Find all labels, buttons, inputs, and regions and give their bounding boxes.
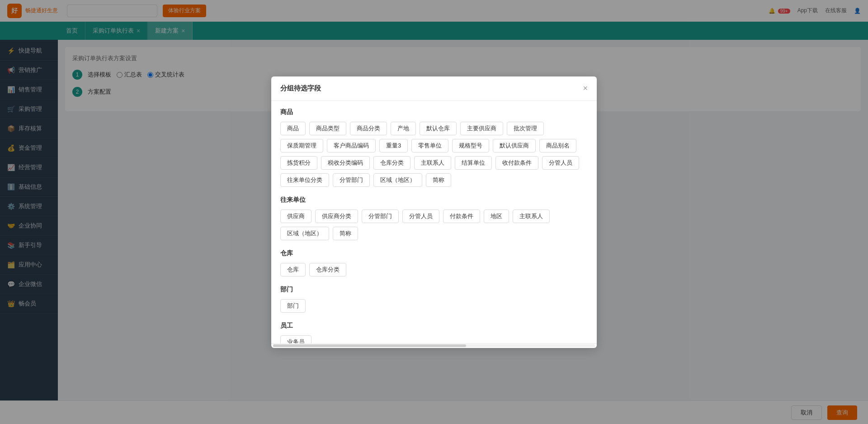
warehouse-tags: 仓库 仓库分类	[280, 263, 588, 276]
tag-dept[interactable]: 分管部门	[333, 173, 370, 187]
section-partner-title: 往来单位	[280, 196, 588, 204]
tag-district[interactable]: 地区	[484, 210, 509, 223]
tag-payment-cond[interactable]: 付款条件	[443, 210, 480, 223]
modal-close-button[interactable]: ×	[583, 84, 588, 93]
tag-main-supplier[interactable]: 主要供应商	[460, 122, 503, 135]
tag-region[interactable]: 区域（地区）	[373, 173, 422, 187]
tag-weight[interactable]: 重量3	[379, 139, 408, 152]
tag-goods-category[interactable]: 商品分类	[350, 122, 387, 135]
tag-partner-dept[interactable]: 分管部门	[362, 210, 399, 223]
section-warehouse: 仓库 仓库 仓库分类	[280, 249, 588, 276]
tag-default-warehouse[interactable]: 默认仓库	[420, 122, 457, 135]
tag-supplier[interactable]: 供应商	[280, 210, 311, 223]
tag-responsible[interactable]: 分管人员	[542, 156, 579, 170]
tag-pick-points[interactable]: 拣货积分	[280, 156, 317, 170]
field-select-modal: 分组待选字段 × 商品 商品 商品类型 商品分类 产地 默认仓库 主要供应商 批…	[271, 76, 597, 348]
tag-warehouse[interactable]: 仓库	[280, 263, 306, 276]
tag-warehouse-cat2[interactable]: 仓库分类	[309, 263, 346, 276]
modal-header: 分组待选字段 ×	[271, 76, 597, 101]
section-warehouse-title: 仓库	[280, 249, 588, 257]
section-goods-title: 商品	[280, 108, 588, 116]
section-employee-title: 员工	[280, 322, 588, 330]
tag-partner-person[interactable]: 分管人员	[402, 210, 439, 223]
tag-retail-unit[interactable]: 零售单位	[411, 139, 448, 152]
tag-partner-cat[interactable]: 往来单位分类	[280, 173, 329, 187]
tag-partner-contact[interactable]: 主联系人	[513, 210, 550, 223]
tag-spec-model[interactable]: 规格型号	[452, 139, 489, 152]
tag-goods-type[interactable]: 商品类型	[309, 122, 346, 135]
tag-payment-terms[interactable]: 收付款条件	[495, 156, 538, 170]
modal-title: 分组待选字段	[280, 84, 321, 93]
modal-body: 商品 商品 商品类型 商品分类 产地 默认仓库 主要供应商 批次管理 保质期管理…	[271, 101, 597, 344]
tag-origin[interactable]: 产地	[391, 122, 416, 135]
tag-partner-region[interactable]: 区域（地区）	[280, 227, 329, 240]
horizontal-scrollbar[interactable]	[271, 343, 597, 348]
tag-goods[interactable]: 商品	[280, 122, 306, 135]
employee-tags: 业务员	[280, 335, 588, 344]
tag-goods-alias[interactable]: 商品别名	[539, 139, 576, 152]
tag-shelf-life[interactable]: 保质期管理	[280, 139, 323, 152]
section-goods: 商品 商品 商品类型 商品分类 产地 默认仓库 主要供应商 批次管理 保质期管理…	[280, 108, 588, 187]
tag-partner-abbr[interactable]: 简称	[333, 227, 358, 240]
tag-batch-mgmt[interactable]: 批次管理	[507, 122, 544, 135]
tag-abbr[interactable]: 简称	[426, 173, 451, 187]
tag-customer-code[interactable]: 客户商品编码	[327, 139, 376, 152]
tag-department[interactable]: 部门	[280, 299, 306, 313]
partner-tags: 供应商 供应商分类 分管部门 分管人员 付款条件 地区 主联系人 区域（地区） …	[280, 210, 588, 240]
section-employee: 员工 业务员	[280, 322, 588, 344]
goods-tags: 商品 商品类型 商品分类 产地 默认仓库 主要供应商 批次管理 保质期管理 客户…	[280, 122, 588, 187]
tag-warehouse-cat[interactable]: 仓库分类	[373, 156, 410, 170]
tag-supplier-cat[interactable]: 供应商分类	[315, 210, 358, 223]
section-partner: 往来单位 供应商 供应商分类 分管部门 分管人员 付款条件 地区 主联系人 区域…	[280, 196, 588, 240]
tag-main-contact[interactable]: 主联系人	[414, 156, 451, 170]
tag-settlement-unit[interactable]: 结算单位	[455, 156, 492, 170]
section-dept-title: 部门	[280, 286, 588, 294]
tag-default-supplier[interactable]: 默认供应商	[493, 139, 536, 152]
section-dept: 部门 部门	[280, 286, 588, 313]
tag-tax-code[interactable]: 税收分类编码	[321, 156, 370, 170]
tag-salesperson[interactable]: 业务员	[280, 335, 311, 344]
dept-tags: 部门	[280, 299, 588, 313]
modal-overlay: 分组待选字段 × 商品 商品 商品类型 商品分类 产地 默认仓库 主要供应商 批…	[0, 0, 868, 424]
